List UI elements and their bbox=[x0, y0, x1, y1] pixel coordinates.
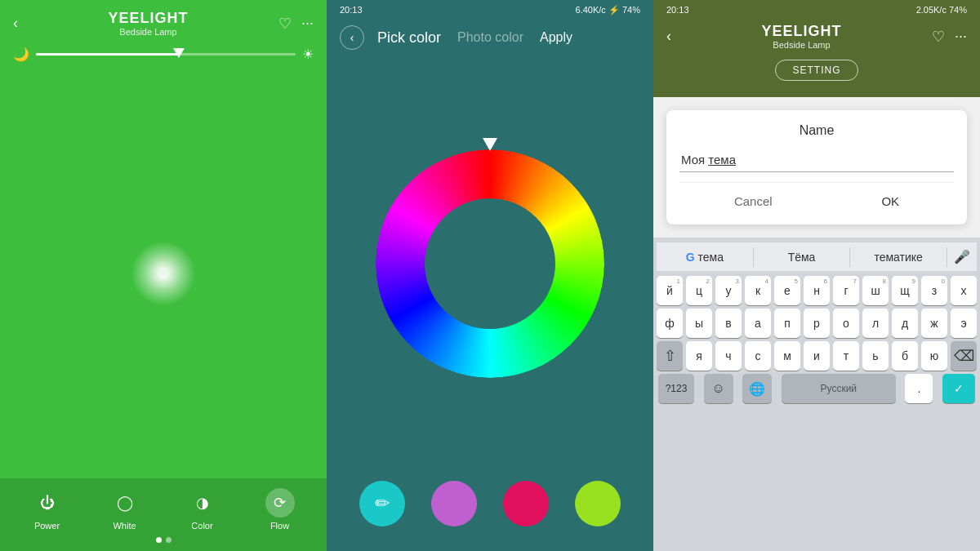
setting-button[interactable]: SETTING bbox=[775, 60, 858, 81]
cancel-button[interactable]: Cancel bbox=[710, 191, 797, 211]
key-ж[interactable]: ж bbox=[921, 309, 947, 338]
nav-item-color[interactable]: ◑ Color bbox=[188, 488, 217, 531]
name-input[interactable]: Моя тема bbox=[679, 148, 954, 172]
key-ф[interactable]: ф bbox=[657, 309, 683, 338]
brightness-high-icon: ☀ bbox=[302, 47, 314, 62]
key-п[interactable]: п bbox=[774, 309, 800, 338]
color-wheel-svg[interactable] bbox=[376, 149, 604, 378]
key-с[interactable]: с bbox=[745, 341, 771, 371]
lamp-preview bbox=[0, 69, 327, 478]
heart-button[interactable]: ♡ bbox=[278, 15, 292, 33]
white-icon: ◯ bbox=[110, 488, 140, 518]
preset-pink[interactable] bbox=[503, 481, 549, 527]
panel3-more-button[interactable]: ··· bbox=[955, 28, 967, 46]
panel-settings: 20:13 2.05K/c 74% ‹ YEELIGHT Bedside Lam… bbox=[653, 0, 980, 551]
ok-button[interactable]: OK bbox=[857, 191, 924, 211]
panel3-subtitle: Bedside Lamp bbox=[773, 40, 830, 50]
photo-color-label[interactable]: Photo color bbox=[457, 30, 523, 45]
nav-dots bbox=[0, 531, 327, 548]
panel3-status-bar: 20:13 2.05K/c 74% bbox=[653, 0, 980, 20]
color-wheel-wrapper[interactable] bbox=[376, 149, 604, 378]
num-key[interactable]: ?123 bbox=[658, 374, 694, 403]
key-в[interactable]: в bbox=[715, 309, 742, 338]
key-е[interactable]: 5е bbox=[774, 276, 800, 305]
key-ц[interactable]: 2ц bbox=[686, 276, 712, 305]
nav-item-power[interactable]: ⏻ Power bbox=[33, 488, 62, 531]
key-т[interactable]: т bbox=[833, 341, 859, 371]
key-й[interactable]: 1й bbox=[657, 276, 683, 305]
keyboard-area: G тема Тёма тематике 🎤 1й 2ц 3у 4к 5е 6н… bbox=[653, 238, 980, 551]
key-б[interactable]: б bbox=[892, 341, 918, 371]
power-icon: ⏻ bbox=[33, 488, 62, 518]
key-а[interactable]: а bbox=[745, 309, 771, 338]
panel2-status-icons: 6.40K/c ⚡ 74% bbox=[576, 5, 640, 16]
white-label: White bbox=[113, 521, 136, 531]
key-м[interactable]: м bbox=[774, 341, 800, 371]
nav-item-flow[interactable]: ⟳ Flow bbox=[265, 488, 295, 531]
lamp-glow-effect bbox=[131, 241, 196, 306]
nav-dot-1 bbox=[156, 537, 162, 543]
suggestion-1[interactable]: тема bbox=[698, 251, 724, 264]
panel3-back-button[interactable]: ‹ bbox=[666, 28, 671, 45]
key-о[interactable]: о bbox=[833, 309, 859, 338]
key-ч[interactable]: ч bbox=[715, 341, 742, 371]
key-у[interactable]: 3у bbox=[715, 276, 742, 305]
more-button[interactable]: ··· bbox=[301, 15, 314, 33]
apply-button[interactable]: Apply bbox=[540, 30, 572, 45]
key-э[interactable]: э bbox=[951, 309, 977, 338]
keyboard-row-2: ф ы в а п р о л д ж э bbox=[657, 309, 977, 338]
panel3-time: 20:13 bbox=[666, 5, 689, 15]
emoji-key[interactable]: ☺ bbox=[704, 374, 733, 403]
period-key[interactable]: . bbox=[905, 374, 933, 403]
color-wheel-container bbox=[327, 60, 653, 468]
suggestion-2[interactable]: Тёма bbox=[754, 247, 851, 267]
key-л[interactable]: л bbox=[862, 309, 889, 338]
panel3-header: ‹ YEELIGHT Bedside Lamp ♡ ··· bbox=[653, 20, 980, 56]
keyboard-bottom-row: ?123 ☺ 🌐 Русский . ✓ bbox=[657, 374, 977, 403]
suggestions-row: G тема Тёма тематике 🎤 bbox=[657, 242, 977, 271]
panel2-back-button[interactable]: ‹ bbox=[340, 25, 364, 50]
key-щ[interactable]: 9щ bbox=[892, 276, 918, 305]
panel3-logo: YEELIGHT Bedside Lamp bbox=[761, 23, 841, 50]
send-key[interactable]: ✓ bbox=[942, 374, 975, 403]
brightness-thumb bbox=[173, 48, 185, 58]
key-з[interactable]: 0з bbox=[921, 276, 947, 305]
key-ш[interactable]: 8ш bbox=[862, 276, 889, 305]
brightness-slider[interactable] bbox=[36, 53, 296, 56]
suggestion-3[interactable]: тематике bbox=[850, 247, 947, 267]
key-г[interactable]: 7г bbox=[833, 276, 859, 305]
preset-green[interactable] bbox=[575, 481, 621, 527]
back-button[interactable]: ‹ bbox=[13, 15, 18, 32]
key-р[interactable]: р bbox=[804, 309, 830, 338]
key-ю[interactable]: ю bbox=[921, 341, 947, 371]
mic-icon[interactable]: 🎤 bbox=[947, 246, 977, 268]
panel3-heart-button[interactable]: ♡ bbox=[932, 28, 945, 46]
panel1-logo: YEELIGHT Bedside Lamp bbox=[108, 10, 188, 37]
key-д[interactable]: д bbox=[892, 309, 918, 338]
space-key[interactable]: Русский bbox=[782, 374, 896, 403]
flow-label: Flow bbox=[270, 521, 289, 531]
key-х[interactable]: х bbox=[951, 276, 977, 305]
nav-item-white[interactable]: ◯ White bbox=[110, 488, 140, 531]
key-и[interactable]: и bbox=[804, 341, 830, 371]
key-ы[interactable]: ы bbox=[686, 309, 712, 338]
preset-purple[interactable] bbox=[431, 481, 477, 527]
pencil-preset-button[interactable]: ✏ bbox=[359, 481, 405, 527]
key-я[interactable]: я bbox=[686, 341, 712, 371]
panel2-status-bar: 20:13 6.40K/c ⚡ 74% bbox=[327, 0, 653, 20]
name-dialog: Name Моя тема Cancel OK bbox=[666, 110, 967, 224]
panel3-status-icons: 2.05K/c 74% bbox=[916, 5, 967, 15]
dialog-title: Name bbox=[679, 123, 954, 138]
key-н[interactable]: 6н bbox=[804, 276, 830, 305]
power-label: Power bbox=[34, 521, 60, 531]
key-ь[interactable]: ь bbox=[862, 341, 889, 371]
color-icon: ◑ bbox=[188, 488, 217, 518]
nav-items-container: ⏻ Power ◯ White ◑ Color ⟳ Flow bbox=[0, 488, 327, 531]
backspace-key[interactable]: ⌫ bbox=[951, 341, 977, 371]
globe-key[interactable]: 🌐 bbox=[742, 374, 772, 403]
panel2-time: 20:13 bbox=[340, 5, 363, 16]
key-к[interactable]: 4к bbox=[745, 276, 771, 305]
shift-key[interactable]: ⇧ bbox=[657, 341, 683, 371]
yeelight-logo: YEELIGHT bbox=[108, 10, 188, 27]
brightness-fill bbox=[36, 53, 179, 56]
